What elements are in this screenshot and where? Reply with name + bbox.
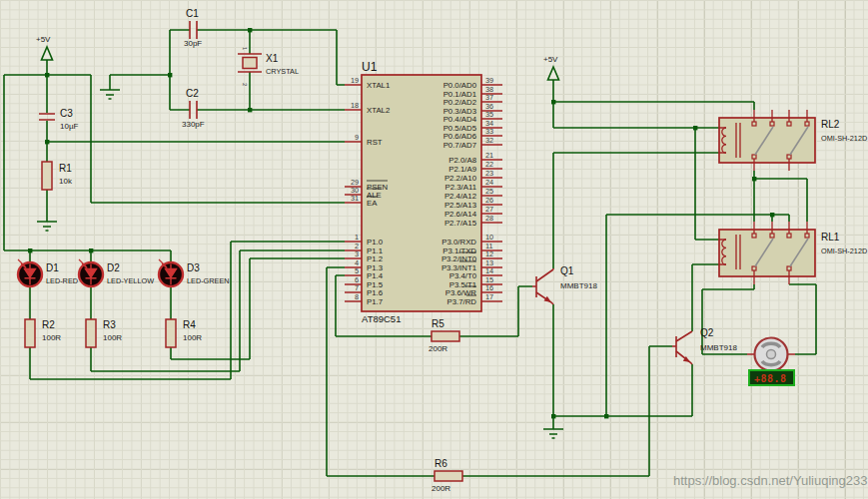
pin-number: 21 (485, 151, 493, 160)
power-label: +5V (543, 55, 558, 64)
pin-label: P0.2/AD2 (443, 98, 476, 107)
power-5v-left[interactable]: +5V (36, 35, 53, 60)
resistor-r5[interactable]: R5 200R (429, 318, 459, 353)
component-ref: D1 (46, 262, 59, 273)
pin-number: 18 (351, 101, 359, 110)
pin-number: 10 (485, 233, 493, 242)
component-ref: R3 (103, 319, 116, 330)
power-arrow-icon (42, 47, 53, 60)
component-ref: D2 (107, 262, 120, 273)
component-ref: R6 (434, 458, 447, 469)
resistor-r4[interactable]: R4 100R (166, 319, 202, 347)
component-ref: RL2 (821, 119, 840, 130)
component-value: 30pF (184, 39, 202, 48)
crystal-x1[interactable]: X1 CRYSTAL 1 2 (238, 47, 299, 87)
rpm-value: +88.8 (754, 373, 787, 384)
led-d2[interactable]: D2 LED-YELLOW (79, 259, 154, 286)
pin-label: XTAL2 (367, 106, 390, 115)
emitter-arrow-icon (544, 296, 552, 302)
motor-shaft-icon (767, 350, 776, 359)
pin-label: P1.2 (367, 254, 383, 263)
mcu-u1[interactable]: U1 AT89C51 XTAL1 XTAL2 RST PSEN ALE EA P… (345, 60, 502, 324)
pin-label: P3.6/WR (445, 288, 477, 297)
pin-label: P0.6/AD6 (443, 132, 476, 141)
pin-number: 3 (355, 250, 359, 258)
pin-label: P0.0/AD0 (443, 81, 477, 90)
component-ref: RL1 (821, 232, 840, 243)
component-part: AT89C51 (362, 313, 401, 324)
schematic-canvas[interactable]: +5V +5V C3 10µF C1 30pF C2 330pF X1 CRYS… (0, 0, 868, 499)
power-arrow-icon (548, 67, 559, 80)
pin-label: P2.2/A10 (444, 174, 477, 183)
pin-label: P2.5/A13 (444, 201, 476, 210)
component-value: LED-RED (46, 276, 78, 285)
resistor-r1[interactable]: R1 10k (42, 162, 73, 190)
component-value: 100R (183, 333, 202, 342)
pin-number: 25 (485, 187, 493, 196)
led-d1[interactable]: D1 LED-RED (18, 259, 78, 286)
component-value: CRYSTAL (266, 67, 299, 76)
capacitor-c1[interactable]: C1 30pF (184, 8, 202, 48)
pin-number: 35 (485, 110, 493, 119)
component-ref: R2 (42, 319, 55, 330)
ground-symbol-crystal[interactable] (100, 90, 120, 99)
pin-number: 22 (485, 160, 493, 169)
pin-number: 16 (485, 283, 493, 292)
transistor-q1[interactable]: Q1 MMBT918 (532, 265, 597, 304)
relay-rl2[interactable]: RL2 OMI-SH-212D (719, 110, 867, 171)
ground-symbol-main[interactable] (543, 429, 563, 438)
pin-label: P0.4/AD4 (443, 115, 477, 124)
component-value: LED-GREEN (187, 276, 230, 285)
pin-label: P1.4 (367, 271, 384, 280)
pin-number: 37 (485, 93, 493, 102)
pin-label: P2.7/A15 (444, 219, 477, 228)
component-ref: C1 (186, 8, 199, 19)
capacitor-c3[interactable]: C3 10µF (39, 108, 79, 131)
resistor-r2[interactable]: R2 100R (25, 319, 61, 347)
pin-number: 19 (351, 76, 359, 85)
pin-number: 28 (485, 214, 493, 223)
transistor-q2[interactable]: Q2 MMBT918 (672, 327, 737, 364)
pin-number: 1 (242, 47, 248, 51)
component-ref: U1 (362, 60, 378, 74)
component-value: 200R (429, 344, 447, 353)
led-d3[interactable]: D3 LED-GREEN (159, 259, 230, 286)
pin-label: P1.7 (367, 297, 383, 306)
power-label: +5V (36, 35, 51, 44)
motor[interactable]: +88.8 (747, 338, 795, 386)
relay-rl1[interactable]: RL1 OMI-SH-212D (719, 222, 867, 284)
pin-number: 23 (485, 169, 493, 178)
component-ref: X1 (266, 53, 279, 64)
capacitor-c2[interactable]: C2 330pF (182, 88, 205, 129)
component-value: 100R (42, 333, 61, 342)
ground-symbol-left[interactable] (37, 222, 57, 231)
pin-label: P2.6/A14 (444, 210, 477, 219)
resistor-r3[interactable]: R3 100R (86, 319, 122, 347)
pin-number: 2 (242, 83, 248, 87)
component-value: 10µF (60, 122, 79, 131)
pin-number: 8 (355, 292, 359, 301)
component-value: 100R (103, 333, 122, 342)
component-ref: Q2 (700, 327, 714, 338)
component-value: LED-YELLOW (107, 276, 154, 285)
component-value: 10k (59, 177, 73, 186)
pin-number: 17 (485, 292, 493, 301)
component-ref: D3 (187, 262, 200, 273)
pin-label: P3.0/RXD (441, 238, 476, 247)
component-value: OMI-SH-212D (821, 134, 867, 143)
pin-number: 7 (355, 283, 359, 292)
pin-label: P2.1/A9 (448, 165, 476, 174)
pin-label: P2.4/A12 (444, 192, 476, 201)
pin-number: 31 (351, 194, 359, 203)
component-value: 330pF (182, 120, 205, 129)
power-5v-right[interactable]: +5V (543, 55, 559, 80)
component-value: OMI-SH-212D (821, 247, 867, 255)
pin-label: P1.6 (367, 288, 383, 297)
pin-number: 14 (485, 266, 493, 275)
pin-label: P0.7/AD7 (443, 141, 476, 150)
resistor-r6[interactable]: R6 200R (432, 458, 462, 493)
pin-label: P3.7/RD (447, 297, 477, 306)
component-ref: R5 (432, 318, 444, 329)
component-ref: Q1 (560, 265, 574, 276)
pin-number: 1 (355, 233, 359, 242)
